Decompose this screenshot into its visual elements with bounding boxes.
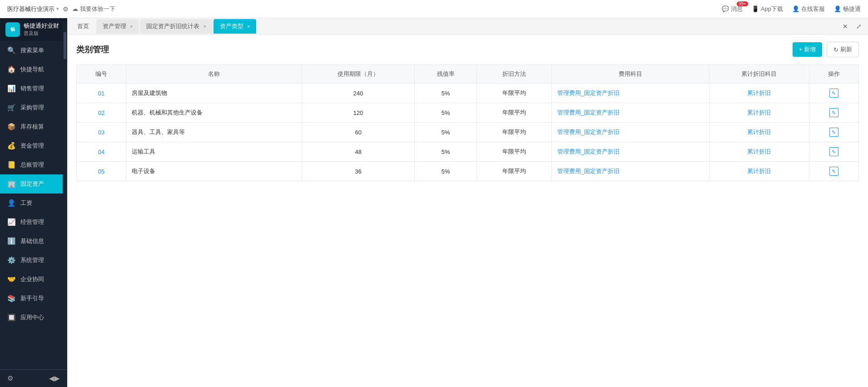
refresh-label: 刷新 [840, 45, 852, 54]
sidebar-item-sales[interactable]: 📊 销售管理 [0, 79, 67, 98]
demo-selector[interactable]: 医疗器械行业演示 ▾ [7, 5, 59, 13]
tab-label: 资产管理 [103, 22, 126, 30]
cell-action[interactable]: ✎ [809, 162, 858, 181]
cell-period: 120 [302, 103, 415, 123]
sidebar-item-apps[interactable]: 🔲 应用中心 [0, 308, 67, 327]
edit-icon[interactable]: ✎ [829, 147, 838, 156]
ledger-icon: 📒 [7, 161, 16, 169]
cell-expense: 管理费用_固定资产折旧 [551, 162, 709, 181]
top-bar-left: 医疗器械行业演示 ▾ ⚙ ☁ 我要体验一下 [7, 5, 115, 13]
sidebar-item-operations[interactable]: 📈 经营管理 [0, 213, 67, 232]
cell-method: 年限平均 [477, 84, 552, 103]
cell-expense: 管理费用_固定资产折旧 [551, 84, 709, 103]
cell-expense: 管理费用_固定资产折旧 [551, 123, 709, 142]
experience-button[interactable]: ☁ 我要体验一下 [72, 5, 115, 13]
col-header-action: 操作 [809, 65, 858, 84]
edit-icon[interactable]: ✎ [829, 167, 838, 176]
sidebar-item-system[interactable]: ⚙️ 系统管理 [0, 251, 67, 270]
sidebar-item-payroll[interactable]: 👤 工资 [0, 194, 67, 213]
brand-name: 畅捷通好业财 [24, 22, 59, 30]
cell-period: 240 [302, 84, 415, 103]
sidebar-item-label: 库存核算 [20, 123, 44, 131]
settings-icon[interactable]: ⚙ [7, 374, 13, 382]
gear-icon[interactable]: ⚙ [63, 5, 69, 13]
tab-close-icon[interactable]: × [247, 24, 250, 29]
cloud-icon: ☁ [72, 5, 78, 12]
cell-accu: 累计折旧 [709, 103, 809, 123]
cooperation-icon: 🤝 [7, 275, 16, 283]
online-support-button[interactable]: 👤 在线客服 [792, 5, 825, 13]
edit-icon[interactable]: ✎ [829, 108, 838, 117]
cell-action[interactable]: ✎ [809, 84, 858, 103]
close-tab-button[interactable]: ✕ [840, 21, 851, 32]
cell-action[interactable]: ✎ [809, 142, 858, 162]
tab-asset-type[interactable]: 资产类型 × [213, 19, 256, 34]
col-header-accu: 累计折旧科目 [709, 65, 809, 84]
app-download-label: App下载 [761, 5, 783, 13]
edit-icon[interactable]: ✎ [829, 128, 838, 137]
app-download-button[interactable]: 📱 App下载 [752, 5, 783, 13]
cell-method: 年限平均 [477, 162, 552, 181]
tab-asset-mgmt[interactable]: 资产管理 × [96, 19, 139, 34]
cell-method: 年限平均 [477, 142, 552, 162]
col-header-expense: 费用科目 [551, 65, 709, 84]
table-row: 01 房屋及建筑物 240 5% 年限平均 管理费用_固定资产折旧 累计折旧 ✎ [77, 84, 859, 103]
cell-action[interactable]: ✎ [809, 123, 858, 142]
tab-depreciation-table[interactable]: 固定资产折旧统计表 × [140, 19, 212, 34]
col-header-method: 折旧方法 [477, 65, 552, 84]
download-icon: 📱 [752, 5, 759, 12]
table-header: 编号 名称 使用期限（月） 残值率 折旧方法 费用科目 累计折旧科目 操作 [77, 65, 859, 84]
sidebar-item-cooperation[interactable]: 🤝 企业协同 [0, 270, 67, 289]
payroll-icon: 👤 [7, 199, 16, 207]
refresh-icon: ↻ [833, 46, 838, 53]
sidebar-nav: 🔍 搜索菜单 🏠 快捷导航 📊 销售管理 🛒 采购管理 📦 库存核算 💰 [0, 41, 67, 369]
user-menu[interactable]: 👤 畅捷通 [834, 5, 861, 13]
sidebar-item-label: 应用中心 [20, 313, 44, 322]
table-row: 03 器具、工具、家具等 60 5% 年限平均 管理费用_固定资产折旧 累计折旧… [77, 123, 859, 142]
table-row: 04 运输工具 48 5% 年限平均 管理费用_固定资产折旧 累计折旧 ✎ [77, 142, 859, 162]
sidebar-item-finance[interactable]: 💰 资金管理 [0, 136, 67, 155]
message-icon: 💬 [722, 5, 729, 12]
tab-close-icon[interactable]: × [130, 24, 133, 29]
fixed-assets-icon: 🏢 [7, 180, 16, 188]
category-table: 编号 名称 使用期限（月） 残值率 折旧方法 费用科目 累计折旧科目 操作 01… [76, 64, 859, 181]
sidebar-item-label: 总账管理 [20, 161, 44, 169]
sidebar-item-fixed-assets[interactable]: 🏢 固定资产 [0, 174, 67, 194]
maximize-button[interactable]: ⤢ [853, 21, 864, 32]
col-header-period: 使用期限（月） [302, 65, 415, 84]
col-header-residual: 残值率 [415, 65, 477, 84]
tab-close-icon[interactable]: × [203, 24, 206, 29]
collapse-icon[interactable]: ◀▶ [49, 374, 60, 382]
cell-name: 机器、机械和其他生产设备 [126, 103, 302, 123]
cell-action[interactable]: ✎ [809, 103, 858, 123]
cell-accu: 累计折旧 [709, 142, 809, 162]
new-button[interactable]: + 新增 [793, 42, 822, 57]
cell-name: 电子设备 [126, 162, 302, 181]
sidebar-item-inventory[interactable]: 📦 库存核算 [0, 117, 67, 136]
cell-accu: 累计折旧 [709, 162, 809, 181]
cell-accu: 累计折旧 [709, 84, 809, 103]
cell-code: 02 [77, 103, 126, 123]
sidebar-item-purchase[interactable]: 🛒 采购管理 [0, 98, 67, 117]
cell-period: 48 [302, 142, 415, 162]
sidebar-item-label: 基础信息 [20, 237, 44, 245]
cell-expense: 管理费用_固定资产折旧 [551, 103, 709, 123]
messages-button[interactable]: 💬 消息 99+ [722, 5, 743, 13]
demo-label: 医疗器械行业演示 [7, 5, 55, 13]
col-header-code: 编号 [77, 65, 126, 84]
sidebar-item-search[interactable]: 🔍 搜索菜单 [0, 41, 67, 60]
sidebar-item-guide[interactable]: 📚 新手引导 [0, 289, 67, 308]
main-layout: 畅 畅捷通好业财 普及版 🔍 搜索菜单 🏠 快捷导航 📊 销售管理 [0, 18, 868, 387]
brand-text-block: 畅捷通好业财 普及版 [24, 22, 59, 37]
sales-icon: 📊 [7, 84, 16, 93]
tab-home[interactable]: 首页 [71, 19, 95, 34]
edit-icon[interactable]: ✎ [829, 89, 838, 98]
sidebar-footer: ⚙ ◀▶ [0, 369, 67, 387]
refresh-button[interactable]: ↻ 刷新 [827, 42, 859, 57]
sidebar-item-label: 搜索菜单 [20, 46, 44, 55]
sidebar-item-basic-info[interactable]: ℹ️ 基础信息 [0, 232, 67, 251]
cell-code: 04 [77, 142, 126, 162]
basic-info-icon: ℹ️ [7, 237, 16, 245]
sidebar-item-ledger[interactable]: 📒 总账管理 [0, 155, 67, 174]
sidebar-item-quick-nav[interactable]: 🏠 快捷导航 [0, 60, 67, 79]
